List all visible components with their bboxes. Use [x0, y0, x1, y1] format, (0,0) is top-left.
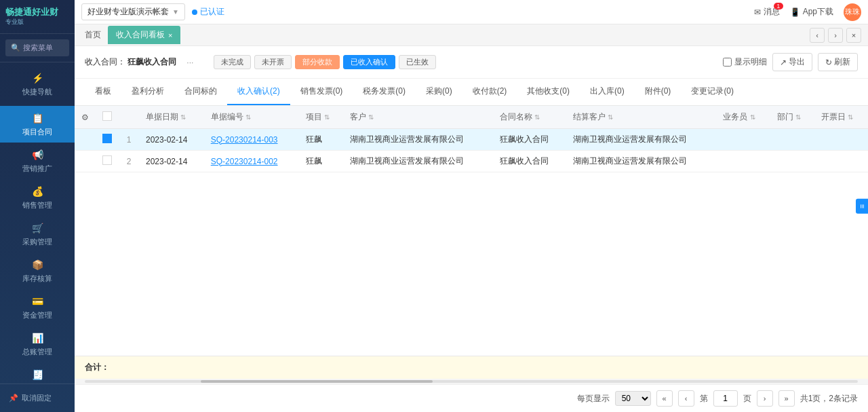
settings-icon[interactable]: ⚙ [81, 113, 89, 122]
inner-tabs: 看板 盈利分析 合同标的 收入确认(2) 销售发票(0) 税务发票(0) 采购(… [75, 79, 868, 106]
tab-profit[interactable]: 盈利分析 [121, 79, 174, 105]
sidebar-item-sales[interactable]: 💰 销售管理 [0, 179, 75, 216]
quicknav-label: 快捷导航 [22, 87, 52, 97]
date-sort-icon[interactable]: ⇅ [180, 113, 186, 121]
tab-tax-invoice[interactable]: 税务发票(0) [353, 79, 416, 105]
content-actions: 显示明细 ↗ 导出 ↻ 刷新 [723, 53, 858, 71]
row-doc-number[interactable]: SQ-20230214-003 [204, 129, 299, 151]
next-page-button[interactable]: › [757, 390, 773, 407]
result-customer-sort-icon[interactable]: ⇅ [608, 113, 613, 121]
sidebar-item-invoice[interactable]: 🧾 发票管理 [0, 362, 75, 383]
sidebar-item-general[interactable]: 📊 总账管理 [0, 326, 75, 362]
company-selector[interactable]: 好业财专业版演示帐套 ▼ [81, 3, 185, 20]
tab-income[interactable]: 收入确认(2) [227, 79, 290, 105]
tab-payment[interactable]: 收付款(2) [462, 79, 517, 105]
app-download-label: App下载 [803, 6, 833, 18]
sidebar-item-label: 库存核算 [22, 274, 52, 284]
sidebar-item-marketing[interactable]: 📢 营销推广 [0, 143, 75, 179]
last-page-button[interactable]: » [778, 390, 795, 407]
data-table-container: ⚙ 单据日期 ⇅ 单据编号 ⇅ [75, 106, 868, 356]
tab-prev-button[interactable]: ‹ [810, 28, 825, 43]
col-contract: 合同名称 ⇅ [493, 106, 566, 129]
tab-next-button[interactable]: › [828, 28, 843, 43]
refresh-button[interactable]: ↻ 刷新 [818, 53, 858, 71]
message-badge: 1 [774, 3, 783, 10]
app-download-button[interactable]: 📱 App下载 [790, 6, 833, 18]
total-label: 合计： [85, 362, 109, 373]
scrollbar-thumb[interactable] [201, 380, 433, 383]
page-number-input[interactable] [713, 390, 738, 407]
row-checkbox[interactable] [102, 134, 112, 143]
table-scrollbar[interactable] [75, 379, 868, 384]
page-label: 第 [700, 393, 708, 405]
tab-warehouse[interactable]: 出入库(0) [580, 79, 635, 105]
sidebar-item-quicknav[interactable]: ⚡ 快捷导航 [0, 66, 75, 102]
col-checkbox [96, 106, 119, 129]
sidebar-item-inventory[interactable]: 📦 库存核算 [0, 252, 75, 289]
sidebar-item-label: 销售管理 [22, 200, 52, 210]
tabbar: 首页 收入合同看板 × ‹ › × [75, 24, 868, 46]
more-options-button[interactable]: ··· [186, 58, 193, 67]
row-date: 2023-02-14 [139, 151, 204, 172]
total-row: 合计： [75, 356, 868, 379]
open-date-sort-icon[interactable]: ⇅ [848, 113, 853, 121]
show-detail-checkbox[interactable]: 显示明细 [723, 56, 767, 68]
tab-kanban[interactable]: 看板 [85, 79, 121, 105]
row-checkbox[interactable] [102, 155, 112, 165]
content-area: 收入合同： 狂飙收入合同 ··· 未完成 未开票 部分收款 已收入确认 已生效 … [75, 46, 868, 412]
status-incomplete[interactable]: 未完成 [214, 55, 251, 69]
customer-sort-icon[interactable]: ⇅ [368, 113, 374, 121]
tab-other-income[interactable]: 其他收支(0) [517, 79, 580, 105]
status-income-confirmed[interactable]: 已收入确认 [343, 55, 395, 69]
table-row: 1 2023-02-14 SQ-20230214-003 狂飙 湖南卫视商业运营… [75, 129, 868, 151]
first-page-button[interactable]: « [656, 390, 673, 407]
income-contract-tab[interactable]: 收入合同看板 × [108, 26, 180, 44]
tab-change-log[interactable]: 变更记录(0) [681, 79, 744, 105]
sidebar-item-purchase[interactable]: 🛒 采购管理 [0, 216, 75, 252]
unpin-button[interactable]: 📌 取消固定 [5, 390, 69, 407]
salesperson-sort-icon[interactable]: ⇅ [750, 113, 755, 121]
row-department [770, 129, 814, 151]
certified-text: 已认证 [200, 6, 224, 18]
col-salesperson: 业务员 ⇅ [716, 106, 770, 129]
prev-page-button[interactable]: ‹ [678, 390, 694, 407]
tab-close-button[interactable]: × [846, 28, 861, 43]
status-effective[interactable]: 已生效 [399, 55, 436, 69]
project-sort-icon[interactable]: ⇅ [324, 113, 330, 121]
row-open-date [814, 151, 868, 172]
row-doc-number[interactable]: SQ-20230214-002 [204, 151, 299, 172]
message-button[interactable]: ✉ 消息 1 [754, 6, 780, 18]
right-floating-action[interactable]: ≡ [856, 198, 868, 213]
tab-nav-buttons: ‹ › × [810, 28, 861, 43]
tab-standards[interactable]: 合同标的 [174, 79, 227, 105]
main-area: 好业财专业版演示帐套 ▼ 已认证 ✉ 消息 1 📱 App下载 珠珠 首页 收入 [75, 0, 868, 412]
tab-attachment[interactable]: 附件(0) [635, 79, 682, 105]
tab-sales-invoice[interactable]: 销售发票(0) [290, 79, 353, 105]
sidebar-item-fund[interactable]: 💳 资金管理 [0, 289, 75, 326]
status-partial-payment[interactable]: 部分收款 [295, 55, 340, 69]
user-avatar[interactable]: 珠珠 [844, 3, 861, 21]
row-number: 1 [119, 129, 139, 151]
tab-purchase[interactable]: 采购(0) [416, 79, 462, 105]
home-tab[interactable]: 首页 [81, 29, 104, 41]
total-page-info: 共1页，2条记录 [800, 393, 858, 405]
select-all-checkbox[interactable] [102, 111, 112, 121]
sidebar-item-project[interactable]: 📋 项目合同 [0, 106, 75, 143]
per-page-label: 每页显示 [577, 393, 610, 405]
refresh-icon: ↻ [825, 58, 832, 67]
message-icon: ✉ [754, 7, 761, 17]
pin-icon: 📌 [9, 394, 18, 402]
number-sort-icon[interactable]: ⇅ [245, 113, 251, 121]
search-menu-button[interactable]: 🔍 搜索菜单 [5, 39, 69, 56]
detail-checkbox-input[interactable] [723, 58, 732, 67]
contract-sort-icon[interactable]: ⇅ [534, 113, 540, 121]
inventory-icon: 📦 [31, 258, 44, 271]
tab-close-icon[interactable]: × [168, 31, 172, 39]
row-customer: 湖南卫视商业运营发展有限公司 [343, 151, 493, 172]
status-uninvoiced[interactable]: 未开票 [254, 55, 292, 69]
export-button[interactable]: ↗ 导出 [772, 53, 812, 71]
page-size-select[interactable]: 20 50 100 [615, 391, 651, 406]
department-sort-icon[interactable]: ⇅ [795, 113, 801, 121]
table-row: 2 2023-02-14 SQ-20230214-002 狂飙 湖南卫视商业运营… [75, 151, 868, 172]
refresh-label: 刷新 [834, 56, 850, 68]
